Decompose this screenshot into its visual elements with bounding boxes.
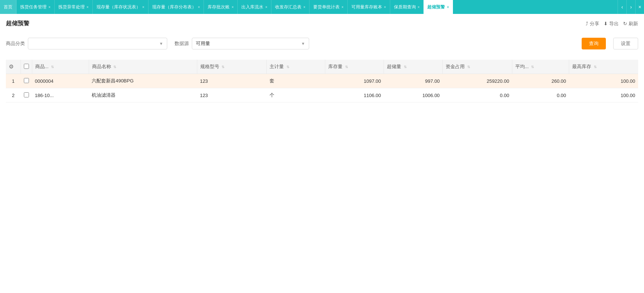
sort-icon: ⇅	[222, 65, 224, 69]
spec: 123	[197, 88, 267, 103]
top-navigation: 首页 拣货任务管理 × 拣货异常处理 × 现存量（库存状况表） × 现存量（库存…	[0, 0, 644, 14]
nav-batch-account[interactable]: 库存批次账 ×	[204, 0, 238, 14]
product-name: 六配套新昌490BPG	[89, 74, 197, 88]
data-table: ⚙ 商品... ⇅ 商品名称 ⇅ 规格型号 ⇅ 主计量	[6, 60, 638, 103]
refresh-icon: ↻	[623, 21, 627, 26]
chevron-down-icon: ▼	[159, 41, 163, 46]
row-checkbox-cell[interactable]	[21, 88, 32, 103]
gear-icon[interactable]: ⚙	[9, 63, 14, 70]
col-overstock[interactable]: 超储量 ⇅	[384, 60, 443, 74]
spec: 123	[197, 74, 267, 88]
stock: 1106.00	[325, 88, 384, 103]
nav-expiry-query[interactable]: 保质期查询 ×	[390, 0, 424, 14]
sort-icon: ⇅	[404, 65, 407, 69]
sort-icon: ⇅	[467, 65, 470, 69]
header-actions: ⤴ 分享 ⬇ 导出 ↻ 刷新	[586, 21, 638, 27]
datasource-label: 数据源	[175, 40, 189, 47]
table-row: 2 186-10... 机油滤清器 123 个 1106.00 1006.00 …	[6, 88, 638, 103]
col-capital[interactable]: 资金占用 ⇅	[443, 60, 512, 74]
nav-arrows-container: ‹ › ×	[618, 0, 644, 14]
col-stock[interactable]: 库存量 ⇅	[325, 60, 384, 74]
max-stock: 100.00	[569, 88, 638, 103]
row-number: 1	[6, 74, 21, 88]
close-icon[interactable]: ×	[265, 5, 267, 9]
sort-icon: ⇅	[286, 65, 289, 69]
nav-receive-summary[interactable]: 收发存汇总表 ×	[271, 0, 310, 14]
row-checkbox-cell[interactable]	[21, 74, 32, 88]
close-icon[interactable]: ×	[142, 5, 144, 9]
stock: 1097.00	[325, 74, 384, 88]
col-spec[interactable]: 规格型号 ⇅	[197, 60, 267, 74]
sort-icon: ⇅	[594, 65, 597, 69]
max-stock: 100.00	[569, 74, 638, 88]
nav-inout-flow[interactable]: 出入库流水 ×	[238, 0, 271, 14]
row-number: 2	[6, 88, 21, 103]
close-icon[interactable]: ×	[384, 5, 386, 9]
col-checkbox[interactable]	[21, 60, 32, 74]
col-product-name[interactable]: 商品名称 ⇅	[89, 60, 197, 74]
close-icon[interactable]: ×	[48, 5, 51, 9]
category-filter: 商品分类 ▼	[6, 38, 167, 49]
nav-exception-handling[interactable]: 拣货异常处理 ×	[55, 0, 93, 14]
category-label: 商品分类	[6, 40, 25, 47]
close-icon[interactable]: ×	[447, 5, 449, 9]
avg: 0.00	[512, 88, 569, 103]
chevron-down-icon: ▼	[301, 41, 305, 46]
unit: 套	[267, 74, 325, 88]
row-checkbox[interactable]	[24, 92, 29, 97]
overstock: 1006.00	[384, 88, 443, 103]
close-icon[interactable]: ×	[341, 5, 344, 9]
row-checkbox[interactable]	[24, 78, 29, 83]
sort-icon: ⇅	[113, 65, 116, 69]
col-unit[interactable]: 主计量 ⇅	[267, 60, 325, 74]
page-header: 超储预警 ⤴ 分享 ⬇ 导出 ↻ 刷新	[6, 20, 638, 27]
product-code: 0000004	[32, 74, 89, 88]
nav-available-ledger[interactable]: 可用量库存账本 ×	[348, 0, 390, 14]
nav-close-arrow[interactable]: ×	[635, 0, 644, 14]
col-avg[interactable]: 平均... ⇅	[512, 60, 569, 74]
product-code: 186-10...	[32, 88, 89, 103]
product-name: 机油滤清器	[89, 88, 197, 103]
col-settings[interactable]: ⚙	[6, 60, 21, 74]
table-body: 1 0000004 六配套新昌490BPG 123 套 1097.00 997.…	[6, 74, 638, 103]
table-row: 1 0000004 六配套新昌490BPG 123 套 1097.00 997.…	[6, 74, 638, 88]
query-button[interactable]: 查询	[582, 38, 606, 49]
col-max-stock[interactable]: 最高库存 ⇅	[569, 60, 638, 74]
nav-left-arrow[interactable]: ‹	[618, 0, 626, 14]
unit: 个	[267, 88, 325, 103]
page-title: 超储预警	[6, 20, 29, 27]
capital: 259220.00	[443, 74, 512, 88]
share-icon: ⤴	[586, 21, 588, 26]
close-icon[interactable]: ×	[418, 5, 420, 9]
datasource-value: 可用量	[196, 40, 210, 47]
avg: 260.00	[512, 74, 569, 88]
settings-button[interactable]: 设置	[613, 38, 638, 49]
datasource-filter: 数据源 可用量 ▼	[175, 38, 309, 49]
nav-inventory-status[interactable]: 现存量（库存状况表） ×	[93, 0, 149, 14]
col-product-code[interactable]: 商品... ⇅	[32, 60, 89, 74]
main-content: 超储预警 ⤴ 分享 ⬇ 导出 ↻ 刷新 商品分类 ▼ 数据源	[0, 14, 644, 293]
sort-icon: ⇅	[531, 65, 534, 69]
refresh-button[interactable]: ↻ 刷新	[623, 21, 638, 27]
close-icon[interactable]: ×	[87, 5, 89, 9]
nav-task-management[interactable]: 拣货任务管理 ×	[17, 0, 55, 14]
datasource-select[interactable]: 可用量 ▼	[192, 38, 309, 49]
overstock: 997.00	[384, 74, 443, 88]
sort-icon: ⇅	[51, 65, 54, 69]
export-button[interactable]: ⬇ 导出	[604, 21, 619, 27]
nav-demand-stats[interactable]: 要货单统计表 ×	[310, 0, 348, 14]
share-button[interactable]: ⤴ 分享	[586, 21, 599, 27]
close-icon[interactable]: ×	[198, 5, 200, 9]
close-icon[interactable]: ×	[231, 5, 234, 9]
nav-right-arrow[interactable]: ›	[626, 0, 635, 14]
export-icon: ⬇	[604, 21, 608, 26]
nav-inventory-distribution[interactable]: 现存量（库存分布表） ×	[149, 0, 204, 14]
capital: 0.00	[443, 88, 512, 103]
nav-home[interactable]: 首页	[0, 0, 17, 14]
filter-area: 商品分类 ▼ 数据源 可用量 ▼ 查询 设置	[6, 33, 638, 54]
table-header: ⚙ 商品... ⇅ 商品名称 ⇅ 规格型号 ⇅ 主计量	[6, 60, 638, 74]
category-select[interactable]: ▼	[28, 38, 167, 49]
nav-overstock-alert[interactable]: 超储预警 ×	[424, 0, 453, 14]
close-icon[interactable]: ×	[303, 5, 305, 9]
select-all-checkbox[interactable]	[24, 64, 29, 69]
